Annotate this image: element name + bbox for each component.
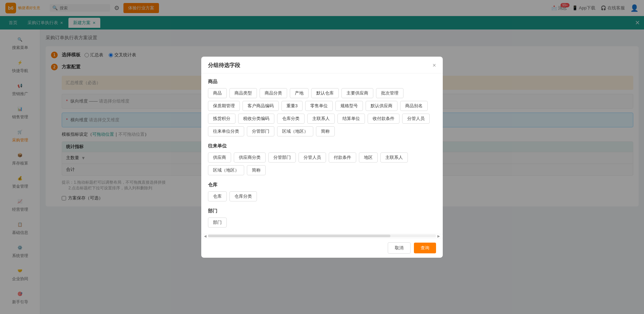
tag-goods-4[interactable]: 默认仓库 [311, 88, 339, 98]
scroll-right-arrow[interactable]: ▶ [436, 234, 441, 238]
section-goods: 商品 商品 商品类型 商品分类 产地 默认仓库 主要供应商 批次管理 保质期管理… [208, 79, 436, 136]
field-select-modal: 分组待选字段 × 商品 商品 商品类型 商品分类 产地 默认仓库 主要供应商 批… [201, 57, 443, 258]
scroll-track [208, 235, 436, 237]
tag-goods-10[interactable]: 零售单位 [305, 101, 333, 111]
tag-partner-8[interactable]: 简称 [247, 165, 266, 175]
tag-partner-2[interactable]: 分管部门 [268, 152, 296, 163]
tag-warehouse-1[interactable]: 仓库分类 [229, 191, 257, 201]
modal-header: 分组待选字段 × [201, 57, 443, 73]
tag-partner-5[interactable]: 地区 [359, 152, 378, 163]
tag-goods-16[interactable]: 仓库分类 [277, 114, 305, 124]
section-department-tags: 部门 [208, 217, 436, 228]
tag-partner-4[interactable]: 付款条件 [329, 152, 356, 163]
tag-goods-2[interactable]: 商品分类 [260, 88, 287, 98]
tag-goods-6[interactable]: 批次管理 [376, 88, 404, 98]
section-partner-title: 往来单位 [208, 143, 436, 149]
tag-goods-13[interactable]: 商品别名 [400, 101, 428, 111]
tag-goods-8[interactable]: 客户商品编码 [243, 101, 279, 111]
section-department: 部门 部门 [208, 208, 436, 228]
tag-goods-23[interactable]: 区域（地区） [277, 126, 313, 136]
tag-goods-20[interactable]: 分管人员 [402, 114, 430, 124]
tag-goods-18[interactable]: 结算单位 [337, 114, 365, 124]
tag-goods-15[interactable]: 税收分类编码 [238, 114, 274, 124]
tag-goods-1[interactable]: 商品类型 [229, 88, 257, 98]
tag-goods-21[interactable]: 往来单位分类 [208, 126, 244, 136]
tag-goods-5[interactable]: 主要供应商 [341, 88, 373, 98]
section-warehouse: 仓库 仓库 仓库分类 [208, 182, 436, 201]
tag-warehouse-0[interactable]: 仓库 [208, 191, 227, 201]
section-goods-title: 商品 [208, 79, 436, 85]
tag-partner-1[interactable]: 供应商分类 [234, 152, 266, 163]
tag-goods-7[interactable]: 保质期管理 [208, 101, 240, 111]
tag-goods-11[interactable]: 规格型号 [335, 101, 363, 111]
modal-body: 商品 商品 商品类型 商品分类 产地 默认仓库 主要供应商 批次管理 保质期管理… [201, 73, 443, 234]
tag-goods-19[interactable]: 收付款条件 [368, 114, 399, 124]
modal-close-btn[interactable]: × [432, 62, 436, 69]
section-warehouse-title: 仓库 [208, 182, 436, 188]
scroll-left-arrow[interactable]: ◀ [203, 234, 208, 238]
section-warehouse-tags: 仓库 仓库分类 [208, 191, 436, 201]
section-department-title: 部门 [208, 208, 436, 214]
modal-cancel-btn[interactable]: 取消 [388, 242, 411, 254]
tag-goods-17[interactable]: 主联系人 [307, 114, 335, 124]
modal-footer: 取消 查询 [201, 238, 443, 258]
tag-department-0[interactable]: 部门 [208, 217, 227, 228]
tag-partner-6[interactable]: 主联系人 [380, 152, 408, 163]
section-partner: 往来单位 供应商 供应商分类 分管部门 分管人员 付款条件 地区 主联系人 区域… [208, 143, 436, 175]
tag-partner-7[interactable]: 区域（地区） [208, 165, 244, 175]
tag-goods-0[interactable]: 商品 [208, 88, 227, 98]
section-goods-tags: 商品 商品类型 商品分类 产地 默认仓库 主要供应商 批次管理 保质期管理 客户… [208, 88, 436, 136]
scroll-thumb[interactable] [208, 235, 390, 237]
modal-confirm-btn[interactable]: 查询 [414, 243, 436, 253]
modal-horizontal-scrollbar[interactable]: ◀ ▶ [201, 234, 443, 238]
section-partner-tags: 供应商 供应商分类 分管部门 分管人员 付款条件 地区 主联系人 区域（地区） … [208, 152, 436, 175]
tag-goods-12[interactable]: 默认供应商 [366, 101, 397, 111]
modal-overlay: 分组待选字段 × 商品 商品 商品类型 商品分类 产地 默认仓库 主要供应商 批… [0, 0, 644, 314]
tag-goods-24[interactable]: 简称 [316, 126, 335, 136]
tag-goods-14[interactable]: 拣货积分 [208, 114, 235, 124]
tag-partner-0[interactable]: 供应商 [208, 152, 231, 163]
tag-goods-22[interactable]: 分管部门 [247, 126, 274, 136]
tag-goods-3[interactable]: 产地 [290, 88, 309, 98]
tag-partner-3[interactable]: 分管人员 [299, 152, 326, 163]
modal-title: 分组待选字段 [208, 62, 240, 69]
tag-goods-9[interactable]: 重量3 [281, 101, 303, 111]
